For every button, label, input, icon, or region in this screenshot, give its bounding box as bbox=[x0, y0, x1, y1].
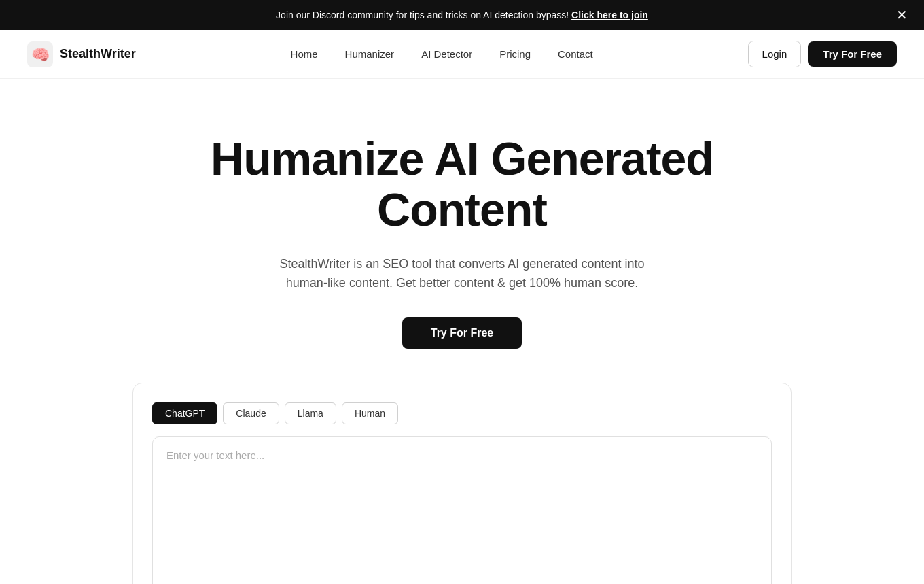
try-free-nav-button[interactable]: Try For Free bbox=[808, 41, 897, 67]
tool-container: ChatGPT Claude Llama Human bbox=[119, 383, 805, 584]
try-free-hero-button[interactable]: Try For Free bbox=[402, 317, 522, 349]
nav: Home Humanizer AI Detector Pricing Conta… bbox=[280, 43, 604, 65]
tool-card: ChatGPT Claude Llama Human bbox=[132, 383, 792, 584]
tab-claude[interactable]: Claude bbox=[223, 402, 279, 424]
svg-text:🧠: 🧠 bbox=[31, 46, 50, 64]
hero-subtitle: StealthWriter is an SEO tool that conver… bbox=[265, 254, 659, 294]
hero-section: Humanize AI Generated Content StealthWri… bbox=[122, 79, 802, 383]
nav-ai-detector[interactable]: AI Detector bbox=[410, 43, 483, 65]
tab-chatgpt[interactable]: ChatGPT bbox=[152, 402, 217, 424]
text-input[interactable] bbox=[152, 436, 772, 584]
nav-pricing[interactable]: Pricing bbox=[488, 43, 541, 65]
tab-llama[interactable]: Llama bbox=[285, 402, 336, 424]
logo-icon: 🧠 bbox=[27, 41, 53, 67]
announcement-bar: Join our Discord community for tips and … bbox=[0, 0, 924, 30]
header-actions: Login Try For Free bbox=[748, 41, 897, 67]
nav-home[interactable]: Home bbox=[280, 43, 329, 65]
nav-contact[interactable]: Contact bbox=[547, 43, 604, 65]
tool-tabs: ChatGPT Claude Llama Human bbox=[152, 402, 772, 424]
announcement-text: Join our Discord community for tips and … bbox=[276, 10, 648, 20]
hero-title: Humanize AI Generated Content bbox=[136, 133, 788, 235]
logo-text: StealthWriter bbox=[60, 47, 136, 61]
login-button[interactable]: Login bbox=[748, 41, 802, 67]
logo[interactable]: 🧠 StealthWriter bbox=[27, 41, 136, 67]
close-icon[interactable]: ✕ bbox=[893, 5, 910, 24]
header: 🧠 StealthWriter Home Humanizer AI Detect… bbox=[0, 30, 924, 79]
tab-human[interactable]: Human bbox=[342, 402, 398, 424]
announcement-link[interactable]: Click here to join bbox=[571, 10, 648, 20]
nav-humanizer[interactable]: Humanizer bbox=[334, 43, 406, 65]
